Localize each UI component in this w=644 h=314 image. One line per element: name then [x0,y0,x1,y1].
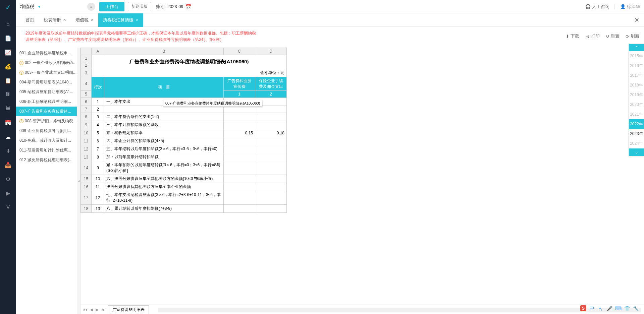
period-value[interactable]: 2023-09 [167,4,183,9]
form-list-item[interactable]: 007-广告费和业务宣传费跨... [16,107,77,116]
nav-calc-icon[interactable]: 🖩 [4,90,12,99]
print-icon: 🖨 [585,34,590,39]
sheet-last-icon[interactable]: ⏭ [101,307,105,312]
tab-vat[interactable]: 增值税✕ [71,13,98,27]
refresh-icon: ⟳ [626,34,629,39]
nav-chart-icon[interactable]: 📈 [4,48,12,56]
warning-text: 2019年度涉及取以前年度结转数据的申报表单元格需要手工维护正确，才能保证本年及… [21,27,262,46]
nav-clipboard-icon[interactable]: 📋 [4,76,12,84]
form-list-item[interactable]: !008-资产折旧、摊销及纳税... [16,116,77,126]
form-list-item[interactable]: 004-期间费用明细表(A1040... [16,77,77,87]
calendar-icon[interactable]: 📅 [185,4,191,9]
nav-home-icon[interactable]: ⌂ [4,20,12,28]
ime-skin-icon[interactable]: 👕 [624,305,630,311]
warning-badge-icon: ! [19,71,23,75]
year-item[interactable]: 2022年 [629,119,644,129]
collapse-handle[interactable]: ◂ [77,48,80,314]
old-version-button[interactable]: 切到旧版 [128,2,151,11]
close-icon[interactable]: ✕ [63,18,66,22]
reset-icon: ↺ [606,34,609,39]
sheet-tab-bar: ⏮ ◀ ▶ ⏭ 广宣费调整明细表 [80,305,644,314]
year-item[interactable]: 2015年 [629,51,644,61]
close-icon[interactable]: ✕ [136,18,139,22]
tab-tax-list[interactable]: 税表清册✕ [39,13,71,27]
ime-bar: S 中 •, 🎤 ⌨ 👕 🔧 [580,305,639,311]
form-list-item[interactable]: 006-职工薪酬纳税调整明细... [16,97,77,107]
period-label: 账期 [156,4,165,10]
year-up-icon[interactable]: ⌃ [629,44,644,51]
nav-cloud-icon[interactable]: ☁ [4,133,12,141]
form-list-item[interactable]: 009-企业所得税弥补亏损明... [16,126,77,136]
divider: | [614,4,615,10]
form-list-item[interactable]: 005-纳税调整项目明细表(A1... [16,87,77,97]
nav-doc-icon[interactable]: 📄 [4,34,12,42]
year-panel: ⌃ 2015年2016年2017年2018年2019年2020年2021年202… [629,44,644,156]
spreadsheet[interactable]: ABCD1广告费和业务宣传费跨年度纳税调整明细表(A105060)23金额单位：… [80,48,287,213]
ime-tool-icon[interactable]: 🔧 [633,305,639,311]
ime-logo-icon[interactable]: S [580,305,586,311]
nav-v-icon[interactable]: V [4,203,12,211]
form-list: 001-企业所得税年度纳税申...!002-一般企业收入明细表(A...!003… [16,48,77,314]
year-item[interactable]: 2016年 [629,61,644,71]
topbar: 增值税 ▾ ≡ 工作台 切到旧版 账期 2023-09 📅 🎧 人工咨询 | 👤… [16,0,644,13]
refresh-button[interactable]: ⟳刷新 [626,33,639,39]
year-item[interactable]: 2024年 [629,139,644,148]
nav-calendar-icon[interactable]: 📅 [4,119,12,127]
year-item[interactable]: 2019年 [629,90,644,100]
cell-tooltip: 007-广告费和业务宣传费跨年度纳税调整明细表(A105060) [163,100,262,107]
year-item[interactable]: 2020年 [629,100,644,110]
warning-badge-icon: ! [19,61,23,65]
form-list-item[interactable]: 011-研发费用加计扣除优惠... [16,145,77,155]
nav-play-icon[interactable]: ▶ [4,189,12,197]
chevron-down-icon: ▾ [38,4,40,9]
year-item[interactable]: 2021年 [629,110,644,119]
user-info[interactable]: 👤 徐泽华 [620,4,640,10]
sheet-first-icon[interactable]: ⏮ [83,307,87,312]
tab-home[interactable]: 首页 [21,13,39,27]
ime-punct-icon[interactable]: •, [598,305,604,311]
year-item[interactable]: 2018年 [629,80,644,90]
help-link[interactable]: 🎧 人工咨询 [585,4,609,10]
download-icon: ⬇ [566,34,569,39]
warning-badge-icon: ! [19,119,23,123]
ime-lang-icon[interactable]: 中 [589,305,595,311]
list-toggle-button[interactable]: ≡ [87,3,95,11]
horizontal-scrollbar[interactable] [158,308,641,312]
form-list-item[interactable]: 010-免税、减计收入及加计... [16,136,77,145]
reset-button[interactable]: ↺重置 [606,33,620,39]
year-down-icon[interactable]: ⌄ [629,148,644,156]
form-list-item[interactable]: 012-减免所得税优惠明细表(... [16,155,77,165]
close-all-icon[interactable]: ✕ [634,16,639,24]
nav-bag-icon[interactable]: 💰 [4,62,12,70]
tab-income-tax[interactable]: 所得税汇算清缴✕ [98,13,143,27]
close-icon[interactable]: ✕ [91,18,94,22]
form-list-item[interactable]: !003-一般企业成本支出明细... [16,68,77,77]
module-title[interactable]: 增值税 ▾ [20,4,40,10]
tab-bar: 首页 税表清册✕ 增值税✕ 所得税汇算清缴✕ ✕ [16,13,644,27]
form-list-item[interactable]: !002-一般企业收入明细表(A... [16,58,77,68]
user-icon: 👤 [620,4,626,9]
spreadsheet-area: ▸ 007-广告费和业务宣传费跨年度纳税调整明细表(A105060) ABCD1… [80,48,644,314]
ime-keyboard-icon[interactable]: ⌨ [615,305,621,311]
nav-building-icon[interactable]: 🏛 [4,105,12,113]
nav-inbox-icon[interactable]: 📥 [4,161,12,169]
ime-mic-icon[interactable]: 🎤 [606,305,612,311]
download-button[interactable]: ⬇下载 [566,33,579,39]
workspace-button[interactable]: 工作台 [99,2,124,11]
sheet-prev-icon[interactable]: ◀ [90,307,93,312]
logo-icon: ✓ [5,3,11,11]
nav-export-icon[interactable]: ⬇ [4,147,12,155]
headset-icon: 🎧 [585,4,591,9]
year-item[interactable]: 2023年 [629,129,644,139]
nav-settings-icon[interactable]: ⚙ [4,175,12,183]
left-nav: ✓ ⌂ 📄 📈 💰 📋 🖩 🏛 📅 ☁ ⬇ 📥 ⚙ ▶ V [0,0,16,314]
sheet-tab[interactable]: 广宣费调整明细表 [108,305,149,314]
print-button[interactable]: 🖨打印 [585,33,600,39]
year-item[interactable]: 2017年 [629,71,644,80]
form-list-item[interactable]: 001-企业所得税年度纳税申... [16,48,77,58]
sheet-next-icon[interactable]: ▶ [96,307,99,312]
